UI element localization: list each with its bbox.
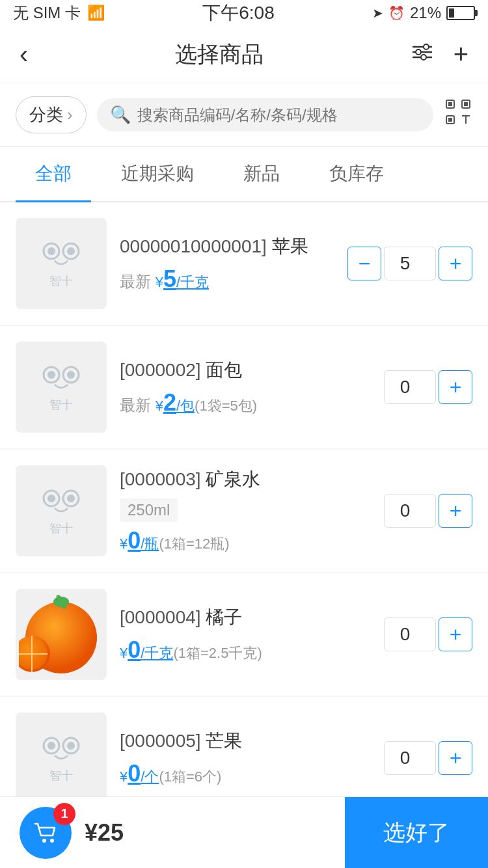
svg-point-20 [47,371,55,379]
quantity-input[interactable] [384,247,436,280]
product-image: 智十 [16,712,107,804]
product-info: 00000010000001] 苹果 最新 ¥5/千克 [120,234,334,293]
search-input[interactable] [137,106,420,124]
svg-point-46 [50,839,54,843]
svg-point-17 [67,247,75,255]
svg-point-25 [67,495,75,502]
page-title: 选择商品 [175,40,264,70]
quantity-control: + [384,741,472,775]
product-price: 最新 ¥2/包(1袋=5包) [120,389,371,416]
product-image: 智十 [16,465,107,556]
svg-rect-9 [448,102,452,106]
bottom-bar: 1 ¥25 选好了 [0,796,488,868]
product-price: 最新 ¥5/千克 [120,265,334,293]
quantity-control: − + [347,247,472,280]
product-spec: 250ml [120,498,178,522]
product-info: [0000004] 橘子 ¥0/千克(1箱=2.5千克) [120,605,371,664]
quantity-input[interactable] [384,617,436,651]
search-box: 🔍 [97,98,433,131]
quantity-control: + [384,617,472,651]
status-right: ➤ ⏰ 21% [372,4,475,22]
product-price: ¥0/千克(1箱=2.5千克) [120,636,371,664]
quantity-plus-button[interactable]: + [439,741,472,775]
quantity-input[interactable] [384,741,436,775]
wifi-icon: 📶 [87,5,105,21]
alarm-icon: ⏰ [388,5,405,21]
cart-badge: 1 [53,803,75,825]
quantity-input[interactable] [384,494,436,528]
product-info: [0000003] 矿泉水 250ml ¥0/瓶(1箱=12瓶) [120,467,371,554]
back-button[interactable]: ‹ [20,40,28,69]
cart-icon-button[interactable]: 1 [20,807,72,859]
quantity-minus-button[interactable]: − [347,247,381,280]
product-name: [0000002] 面包 [120,358,371,383]
tab-bar: 全部 近期采购 新品 负库存 [0,147,488,202]
owl-text: 智十 [49,521,73,536]
owl-text: 智十 [49,273,73,289]
status-left: 无 SIM 卡 📶 [13,3,105,23]
owl-logo-icon: 智十 [42,238,81,289]
svg-point-16 [47,247,55,255]
product-name: [0000005] 芒果 [120,729,371,753]
svg-point-35 [47,742,55,750]
svg-point-5 [421,55,426,60]
product-name: [0000003] 矿泉水 [120,467,371,492]
cart-total: ¥25 [85,819,124,847]
tab-negative[interactable]: 负库存 [310,147,403,202]
quantity-control: + [384,494,472,528]
owl-logo-icon: 智十 [42,485,81,536]
confirm-button[interactable]: 选好了 [345,797,488,869]
filter-icon[interactable] [411,40,434,69]
quantity-control: + [384,370,472,404]
svg-point-45 [42,839,46,843]
quantity-plus-button[interactable]: + [439,494,472,528]
svg-point-3 [424,44,429,49]
search-icon: 🔍 [110,105,131,125]
add-button[interactable]: + [454,40,468,69]
product-list: 智十 00000010000001] 苹果 最新 ¥5/千克 − + [0,202,488,868]
category-button[interactable]: 分类 › [16,96,87,133]
product-image [16,589,107,680]
product-info: [0000005] 芒果 ¥0/个(1箱=6个) [120,729,371,787]
svg-point-21 [67,371,75,379]
quantity-plus-button[interactable]: + [439,370,472,404]
cart-section: 1 ¥25 [0,807,345,859]
owl-text: 智十 [49,397,73,413]
product-name: [0000004] 橘子 [120,605,371,630]
category-label: 分类 [29,103,63,126]
svg-rect-10 [464,102,468,106]
product-price: ¥0/个(1箱=6个) [120,760,371,787]
battery-percent: 21% [410,4,441,22]
nav-bar: ‹ 选择商品 + [0,26,488,83]
list-item: [0000004] 橘子 ¥0/千克(1箱=2.5千克) + [0,573,488,696]
list-item: 智十 [0000003] 矿泉水 250ml ¥0/瓶(1箱=12瓶) + [0,450,488,572]
svg-rect-11 [448,118,452,122]
location-icon: ➤ [372,5,383,21]
quantity-input[interactable] [384,370,436,404]
product-image: 智十 [16,218,107,309]
product-info: [0000002] 面包 最新 ¥2/包(1袋=5包) [120,358,371,416]
list-item: 智十 [0000002] 面包 最新 ¥2/包(1袋=5包) + [0,326,488,448]
list-item: 智十 00000010000001] 苹果 最新 ¥5/千克 − + [0,202,488,325]
svg-point-36 [67,742,75,750]
scan-icon[interactable] [444,98,472,132]
svg-point-24 [47,495,55,502]
tab-new[interactable]: 新品 [224,147,299,202]
filter-bar: 分类 › 🔍 [0,83,488,147]
owl-text: 智十 [49,768,73,783]
quantity-plus-button[interactable]: + [439,617,472,651]
tab-all[interactable]: 全部 [16,147,91,202]
owl-logo-icon: 智十 [42,733,81,783]
battery-icon [446,6,475,20]
tab-recent[interactable]: 近期采购 [102,147,213,202]
carrier-label: 无 SIM 卡 [13,3,81,23]
product-name: 00000010000001] 苹果 [120,234,334,259]
product-image: 智十 [16,342,107,433]
category-chevron: › [67,105,73,125]
quantity-plus-button[interactable]: + [439,247,472,280]
nav-actions: + [411,40,468,69]
owl-logo-icon: 智十 [42,362,81,413]
svg-point-4 [416,49,421,55]
product-price: ¥0/瓶(1箱=12瓶) [120,527,371,554]
status-time: 下午6:08 [202,1,275,25]
